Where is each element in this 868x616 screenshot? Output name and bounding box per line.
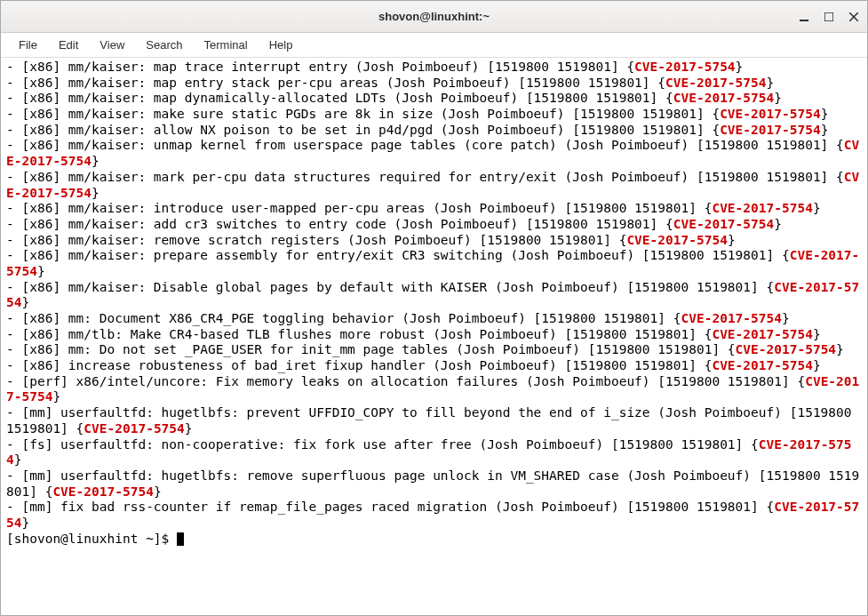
menu-search[interactable]: Search	[135, 35, 193, 55]
cve-id: CVE-2017-5754	[626, 233, 728, 247]
cve-id: CVE-2017-5754	[84, 421, 185, 436]
cve-id: CVE-2017-5754	[712, 201, 813, 215]
cve-id: CVE-2017-5754	[712, 358, 813, 372]
cve-id: CVE-2017-5754	[720, 123, 821, 137]
cve-id: CVE-2017-5754	[673, 217, 775, 231]
cve-id: CVE-2017-5754	[6, 374, 859, 404]
changelog-line: - [x86] mm/kaiser: introduce user-mapped…	[6, 201, 821, 215]
cve-id: CVE-2017-5754	[681, 311, 783, 325]
changelog-line: - [x86] mm/kaiser: add cr3 switches to e…	[6, 217, 782, 231]
menu-help[interactable]: Help	[259, 35, 304, 55]
changelog-line: - [x86] mm/kaiser: remove scratch regist…	[6, 233, 736, 247]
cve-id: CVE-2017-5754	[634, 60, 736, 74]
changelog-line: - [x86] mm/kaiser: prepare assembly for …	[6, 248, 859, 278]
titlebar-controls	[796, 9, 862, 25]
minimize-button[interactable]	[796, 9, 812, 25]
changelog-line: - [fs] userfaultfd: non-cooperative: fix…	[6, 437, 852, 468]
terminal-window: shovon@linuxhint:~ File Edit View Search…	[0, 0, 868, 616]
changelog-line: - [perf] x86/intel/uncore: Fix memory le…	[6, 374, 859, 404]
cve-id: CVE-2017-5754	[673, 91, 775, 105]
svg-rect-1	[824, 12, 833, 21]
svg-rect-0	[800, 20, 808, 21]
changelog-line: - [mm] userfaultfd: hugetlbfs: remove su…	[6, 468, 859, 499]
menu-file[interactable]: File	[8, 35, 48, 55]
menu-edit[interactable]: Edit	[48, 35, 89, 55]
shell-prompt: [shovon@linuxhint ~]$	[6, 532, 177, 546]
changelog-line: - [x86] mm/kaiser: map dynamically-alloc…	[6, 91, 782, 105]
cve-id: CVE-2017-5754	[6, 437, 852, 468]
maximize-icon	[824, 12, 833, 21]
cve-id: CVE-2017-5754	[6, 280, 859, 310]
minimize-icon	[800, 12, 808, 21]
menubar: File Edit View Search Terminal Help	[1, 33, 867, 58]
changelog-line: - [x86] mm/kaiser: map entry stack per-c…	[6, 76, 774, 90]
cve-id: CVE-2017-5754	[6, 138, 859, 168]
maximize-button[interactable]	[821, 9, 837, 25]
changelog-line: - [x86] mm/kaiser: allow NX poison to be…	[6, 123, 828, 137]
changelog-line: - [x86] mm/kaiser: Disable global pages …	[6, 280, 859, 310]
changelog-line: - [x86] increase robusteness of bad_iret…	[6, 358, 821, 372]
changelog-line: - [x86] mm/kaiser: map trace interrupt e…	[6, 60, 743, 74]
cve-id: CVE-2017-5754	[720, 107, 821, 121]
changelog-line: - [x86] mm: Do not set _PAGE_USER for in…	[6, 342, 844, 356]
menu-terminal[interactable]: Terminal	[194, 35, 259, 55]
titlebar[interactable]: shovon@linuxhint:~	[1, 1, 867, 33]
changelog-line: - [x86] mm/kaiser: unmap kernel from use…	[6, 138, 859, 168]
cve-id: CVE-2017-5754	[712, 327, 813, 341]
changelog-line: - [x86] mm/tlb: Make CR4-based TLB flush…	[6, 327, 821, 341]
cursor	[177, 532, 184, 546]
close-icon	[849, 12, 858, 21]
menu-view[interactable]: View	[89, 35, 135, 55]
window-title: shovon@linuxhint:~	[378, 10, 490, 23]
terminal-output[interactable]: - [x86] mm/kaiser: map trace interrupt e…	[1, 58, 867, 615]
cve-id: CVE-2017-5754	[6, 500, 859, 530]
changelog-line: - [x86] mm/kaiser: make sure static PGDs…	[6, 107, 828, 121]
changelog-line: - [mm] userfaultfd: hugetlbfs: prevent U…	[6, 405, 859, 436]
cve-id: CVE-2017-5754	[52, 484, 154, 499]
cve-id: CVE-2017-5754	[6, 170, 859, 200]
changelog-line: - [mm] fix bad rss-counter if remap_file…	[6, 500, 859, 530]
close-button[interactable]	[846, 9, 862, 25]
changelog-line: - [x86] mm: Document X86_CR4_PGE togglin…	[6, 311, 790, 325]
changelog-line: - [x86] mm/kaiser: mark per-cpu data str…	[6, 170, 859, 200]
cve-id: CVE-2017-5754	[665, 76, 767, 90]
cve-id: CVE-2017-5754	[736, 342, 837, 356]
cve-id: CVE-2017-5754	[6, 248, 859, 278]
